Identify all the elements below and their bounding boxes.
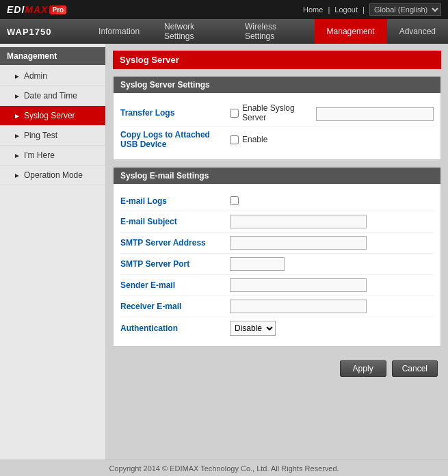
syslog-email-header: Syslog E-mail Settings bbox=[114, 168, 440, 184]
email-logs-controls bbox=[230, 196, 434, 205]
copyright-text: Copyright 2014 © EDIMAX Technology Co., … bbox=[109, 464, 339, 473]
sidebar-label-pingtest: Ping Test bbox=[24, 131, 57, 140]
tab-wireless[interactable]: Wireless Settings bbox=[233, 19, 315, 44]
tab-management[interactable]: Management bbox=[315, 19, 387, 44]
enable-syslog-label: Enable Syslog Server bbox=[242, 103, 309, 122]
sidebar-label-imhere: I'm Here bbox=[24, 150, 55, 160]
smtp-server-row: SMTP Server Address bbox=[120, 233, 434, 254]
receiver-email-input[interactable] bbox=[230, 300, 367, 313]
smtp-server-controls bbox=[230, 236, 434, 250]
sender-email-controls bbox=[230, 278, 434, 292]
tab-network[interactable]: Network Settings bbox=[152, 19, 233, 44]
buttons-row: Apply Cancel bbox=[113, 354, 441, 384]
authentication-select[interactable]: Disable Enable bbox=[230, 321, 276, 336]
device-nav: WAP1750 Information Network Settings Wir… bbox=[0, 19, 448, 44]
email-subject-controls bbox=[230, 215, 434, 228]
page-title: Syslog Server bbox=[113, 51, 441, 69]
tab-information[interactable]: Information bbox=[86, 19, 152, 44]
sidebar-item-syslog[interactable]: ► Syslog Server bbox=[0, 106, 105, 126]
sidebar-item-imhere[interactable]: ► I'm Here bbox=[0, 146, 105, 166]
copy-logs-checkbox[interactable] bbox=[230, 135, 239, 144]
sidebar: Management ► Admin ► Date and Time ► Sys… bbox=[0, 44, 106, 460]
footer: Copyright 2014 © EDIMAX Technology Co., … bbox=[0, 460, 448, 476]
smtp-port-controls bbox=[230, 257, 434, 271]
syslog-server-body: Transfer Logs Enable Syslog Server Copy … bbox=[114, 93, 440, 159]
copy-logs-enable-label: Enable bbox=[242, 135, 267, 144]
transfer-logs-row: Transfer Logs Enable Syslog Server bbox=[120, 100, 434, 127]
arrow-icon: ► bbox=[14, 112, 21, 120]
authentication-label: Authentication bbox=[120, 323, 230, 333]
sender-email-row: Sender E-mail bbox=[120, 275, 434, 296]
top-links: Home | Logout | Global (English) bbox=[303, 3, 441, 16]
main-layout: Management ► Admin ► Date and Time ► Sys… bbox=[0, 44, 448, 460]
cancel-button[interactable]: Cancel bbox=[392, 360, 438, 377]
sidebar-label-opmode: Operation Mode bbox=[24, 170, 83, 180]
smtp-server-input[interactable] bbox=[230, 236, 367, 250]
logo-text: EDIMAX bbox=[7, 4, 48, 15]
sender-email-input[interactable] bbox=[230, 278, 367, 292]
sidebar-label-datetime: Date and Time bbox=[24, 91, 77, 101]
sidebar-item-datetime[interactable]: ► Date and Time bbox=[0, 86, 105, 106]
email-logs-row: E-mail Logs bbox=[120, 191, 434, 211]
sidebar-label-admin: Admin bbox=[24, 71, 47, 81]
syslog-server-header: Syslog Server Settings bbox=[114, 77, 440, 93]
receiver-email-label: Receiver E-mail bbox=[120, 302, 230, 311]
sender-email-label: Sender E-mail bbox=[120, 280, 230, 290]
copy-logs-controls: Enable bbox=[230, 135, 434, 144]
sidebar-item-admin[interactable]: ► Admin bbox=[0, 66, 105, 86]
receiver-email-row: Receiver E-mail bbox=[120, 296, 434, 317]
syslog-server-input[interactable] bbox=[316, 107, 434, 121]
content-area: Syslog Server Syslog Server Settings Tra… bbox=[106, 44, 448, 460]
arrow-icon: ► bbox=[14, 72, 21, 80]
smtp-server-label: SMTP Server Address bbox=[120, 238, 230, 248]
authentication-controls: Disable Enable bbox=[230, 321, 434, 336]
transfer-logs-controls: Enable Syslog Server bbox=[230, 103, 434, 122]
language-select[interactable]: Global (English) bbox=[369, 3, 441, 16]
logo: EDIMAX Pro bbox=[7, 4, 66, 15]
home-link[interactable]: Home bbox=[303, 5, 323, 14]
arrow-icon: ► bbox=[14, 172, 21, 179]
syslog-email-settings-box: Syslog E-mail Settings E-mail Logs E-mai… bbox=[113, 167, 441, 347]
syslog-server-settings-box: Syslog Server Settings Transfer Logs Ena… bbox=[113, 76, 441, 160]
sidebar-section-title: Management bbox=[0, 47, 105, 65]
smtp-port-label: SMTP Server Port bbox=[120, 259, 230, 269]
smtp-port-input[interactable] bbox=[230, 257, 285, 271]
apply-button[interactable]: Apply bbox=[340, 360, 386, 377]
arrow-icon: ► bbox=[14, 152, 21, 159]
email-subject-row: E-mail Subject bbox=[120, 211, 434, 233]
enable-syslog-checkbox[interactable] bbox=[230, 109, 239, 118]
authentication-row: Authentication Disable Enable bbox=[120, 317, 434, 339]
arrow-icon: ► bbox=[14, 92, 21, 100]
sidebar-label-syslog: Syslog Server bbox=[24, 111, 75, 120]
smtp-port-row: SMTP Server Port bbox=[120, 254, 434, 275]
receiver-email-controls bbox=[230, 300, 434, 313]
syslog-email-body: E-mail Logs E-mail Subject SMTP Server A… bbox=[114, 184, 440, 346]
transfer-logs-label: Transfer Logs bbox=[120, 108, 230, 118]
tab-advanced[interactable]: Advanced bbox=[387, 19, 448, 44]
email-subject-input[interactable] bbox=[230, 215, 367, 228]
nav-tabs: Information Network Settings Wireless Se… bbox=[86, 19, 448, 44]
email-subject-label: E-mail Subject bbox=[120, 217, 230, 226]
device-name: WAP1750 bbox=[7, 27, 86, 37]
copy-logs-label: Copy Logs to Attached USB Device bbox=[120, 130, 230, 149]
arrow-icon: ► bbox=[14, 132, 21, 140]
logo-pro: Pro bbox=[49, 5, 66, 14]
email-logs-label: E-mail Logs bbox=[120, 196, 230, 206]
sidebar-item-pingtest[interactable]: ► Ping Test bbox=[0, 126, 105, 146]
email-logs-checkbox[interactable] bbox=[230, 196, 239, 205]
logout-link[interactable]: Logout bbox=[334, 5, 358, 14]
top-bar: EDIMAX Pro Home | Logout | Global (Engli… bbox=[0, 0, 448, 19]
sidebar-item-opmode[interactable]: ► Operation Mode bbox=[0, 166, 105, 185]
copy-logs-row: Copy Logs to Attached USB Device Enable bbox=[120, 127, 434, 153]
